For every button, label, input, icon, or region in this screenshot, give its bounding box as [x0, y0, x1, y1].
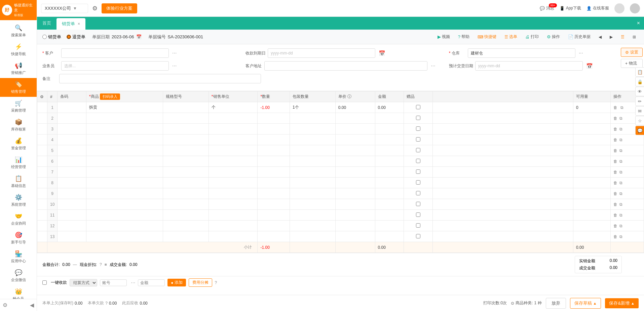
cell-product[interactable]: 拆贡: [86, 102, 163, 113]
sidebar-item-base[interactable]: 📋 基础信息: [0, 172, 37, 191]
grid-view-btn[interactable]: ☰: [618, 34, 627, 40]
salesperson-more-icon[interactable]: ···: [172, 63, 177, 69]
discount-help-icon[interactable]: ?: [100, 262, 102, 267]
row-settings[interactable]: [37, 102, 47, 113]
calendar-icon[interactable]: 📅: [136, 34, 142, 39]
scan-button[interactable]: 扫码录入: [100, 93, 120, 100]
copy-icon[interactable]: ⧉: [619, 127, 622, 131]
tab-bar-close-icon[interactable]: ×: [637, 20, 640, 26]
account-more-icon[interactable]: ···: [131, 280, 135, 286]
shortcut-btn[interactable]: ⌨ 快捷键: [475, 33, 499, 41]
copy-icon[interactable]: ⧉: [619, 202, 622, 207]
expected-calendar-icon[interactable]: 📅: [586, 63, 593, 69]
sidebar-item-enterprise[interactable]: 🤝 企业协同: [0, 210, 37, 229]
cell-unit[interactable]: 个: [209, 102, 258, 113]
operation-btn[interactable]: ⚙ 操作: [544, 33, 563, 41]
card-view-btn[interactable]: ⊞: [630, 34, 639, 40]
cell-price[interactable]: 0.00: [335, 102, 375, 113]
sidebar-item-member[interactable]: 👑 畅会员: [0, 285, 37, 299]
amount-input[interactable]: [138, 279, 165, 286]
delete-icon[interactable]: 🗑: [613, 127, 617, 131]
salesperson-input[interactable]: [61, 61, 169, 71]
trial-button[interactable]: 体验行业方案: [102, 3, 137, 13]
copy-icon[interactable]: ⧉: [619, 191, 622, 196]
debt-help-icon[interactable]: ?: [105, 301, 108, 306]
rfb-5[interactable]: ✉: [635, 106, 644, 116]
tab-home[interactable]: 首页: [37, 17, 56, 30]
video-btn[interactable]: ▶ 视频: [435, 33, 453, 41]
sidebar-item-wechat[interactable]: 💬 企业微信: [0, 266, 37, 285]
sidebar-item-guide[interactable]: 🎯 新手引导: [0, 229, 37, 247]
delete-icon[interactable]: 🗑: [613, 202, 617, 207]
settings-icon[interactable]: ⚙: [3, 302, 7, 308]
cell-barcode[interactable]: [58, 102, 86, 113]
cell-pkg[interactable]: 1个: [290, 102, 335, 113]
cell-amount[interactable]: 0.00: [375, 102, 404, 113]
delete-icon[interactable]: 🗑: [613, 116, 617, 121]
cell-gift[interactable]: [404, 102, 433, 113]
copy-icon[interactable]: ⧉: [619, 170, 622, 174]
next-btn[interactable]: ▶: [607, 34, 615, 40]
prev-btn[interactable]: ◀: [596, 34, 604, 40]
fee-help-icon[interactable]: ?: [215, 280, 217, 285]
radio-sale[interactable]: 销货单: [42, 34, 61, 40]
user-avatar[interactable]: [630, 3, 640, 13]
warehouse-input[interactable]: [468, 48, 575, 58]
copy-icon[interactable]: ⧉: [619, 116, 622, 121]
sidebar-item-inventory[interactable]: 📦 库存核算: [0, 116, 37, 134]
settings-icon[interactable]: ⚙: [92, 5, 98, 12]
payment-checkbox[interactable]: [42, 280, 47, 285]
save-new-button[interactable]: 保存&新增 ▲: [605, 298, 639, 308]
setup-button[interactable]: ⚙ 设置: [621, 48, 643, 57]
delete-icon[interactable]: 🗑: [613, 105, 617, 110]
message-button[interactable]: 💬 消息 99+: [540, 5, 554, 11]
copy-icon[interactable]: ⧉: [619, 213, 622, 218]
delete-icon[interactable]: 🗑: [613, 138, 617, 142]
delete-icon[interactable]: 🗑: [613, 170, 617, 174]
radio-return[interactable]: 退货单: [67, 34, 85, 40]
add-payment-button[interactable]: ● 添加: [167, 279, 186, 286]
customer-more-icon[interactable]: ···: [172, 50, 177, 56]
company-selector[interactable]: XXXXXX公司 ▼: [41, 4, 88, 13]
collection-date-input[interactable]: [268, 48, 375, 58]
logistics-button[interactable]: + 物流: [621, 59, 643, 68]
sidebar-item-purchase[interactable]: 🛒 采购管理: [0, 97, 37, 116]
rfb-1[interactable]: 📋: [635, 67, 644, 77]
collapse-icon[interactable]: ◀: [30, 302, 34, 308]
delete-icon[interactable]: 🗑: [613, 191, 617, 196]
rfb-2[interactable]: 🔒: [635, 77, 644, 86]
delete-icon[interactable]: 🗑: [613, 181, 617, 185]
abandon-button[interactable]: 放弃: [546, 298, 566, 309]
copy-icon[interactable]: ⧉: [619, 181, 622, 185]
customer-input[interactable]: [61, 48, 169, 58]
tab-close-icon[interactable]: ×: [78, 22, 80, 26]
delete-icon[interactable]: 🗑: [613, 148, 617, 153]
copy-icon[interactable]: ⧉: [620, 105, 623, 110]
fee-split-button[interactable]: 费用分摊: [189, 278, 212, 287]
copy-icon[interactable]: ⧉: [619, 138, 622, 142]
save-draft-button[interactable]: 保存草稿 ▲: [570, 298, 601, 309]
cell-qty[interactable]: -1.00: [258, 102, 290, 113]
delete-icon[interactable]: 🗑: [613, 159, 617, 164]
sidebar-item-system[interactable]: ⚙️ 系统管理: [0, 191, 37, 210]
warehouse-more-icon[interactable]: ···: [579, 50, 583, 56]
help-btn[interactable]: ? 帮助: [455, 33, 472, 41]
address-more-icon[interactable]: ···: [431, 63, 435, 69]
select-btn[interactable]: ☰ 选单: [502, 33, 520, 41]
copy-icon[interactable]: ⧉: [619, 159, 622, 164]
copy-icon[interactable]: ⧉: [619, 234, 622, 239]
delete-icon[interactable]: 🗑: [613, 234, 617, 239]
account-input[interactable]: [100, 279, 127, 286]
address-input[interactable]: [264, 61, 427, 71]
delete-icon[interactable]: 🗑: [613, 213, 617, 218]
delete-icon[interactable]: 🗑: [613, 224, 617, 228]
rfb-6[interactable]: ☆: [635, 116, 644, 125]
history-btn[interactable]: 📄 历史单据: [565, 33, 593, 41]
calc-method-select[interactable]: 结算方式: [70, 279, 97, 286]
copy-icon[interactable]: ⧉: [619, 148, 622, 153]
sidebar-item-search[interactable]: 🔍 搜索菜单: [0, 22, 37, 40]
sidebar-item-operations[interactable]: 📊 经营管理: [0, 153, 37, 172]
sidebar-item-finance[interactable]: 💰 资金管理: [0, 134, 37, 153]
copy-icon[interactable]: ⧉: [619, 224, 622, 228]
notes-input[interactable]: [59, 74, 261, 83]
